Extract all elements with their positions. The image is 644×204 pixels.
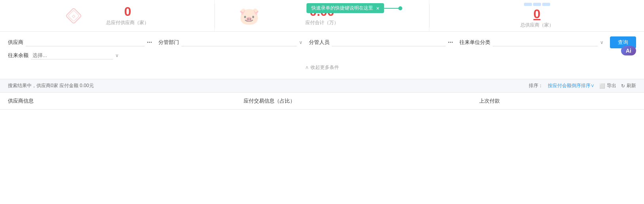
supplier-input[interactable]: [26, 38, 145, 46]
diamond-icon: ◇: [65, 7, 82, 25]
refresh-label: 刷新: [627, 82, 636, 89]
sort-label: 排序：: [529, 82, 543, 89]
stat-total-suppliers: 0 总供应商（家）: [430, 0, 644, 31]
total-payable-suppliers-number: 0: [124, 5, 131, 18]
refresh-icon: ↻: [621, 83, 625, 89]
results-info: 搜索结果中，供应商0家 应付金额 0.00元: [8, 82, 94, 89]
ai-badge[interactable]: Ai: [621, 46, 636, 55]
placeholder-box-3: [542, 3, 550, 6]
table-area: 供应商信息 应付交易信息（占比） 上次付款: [0, 93, 644, 204]
person-field: 分管人员 ···: [309, 38, 453, 46]
sort-select[interactable]: 按应付会额倒序排序∨: [548, 82, 594, 89]
tooltip-dot: [398, 6, 402, 10]
placeholder-box-2: [533, 3, 541, 6]
unit-category-label: 往来单位分类: [459, 39, 490, 46]
search-row-1: 供应商 ··· 分管部门 ∨ 分管人员 ··· 往来单位分类 ∨ 查询: [8, 36, 636, 48]
table-body: [0, 110, 644, 204]
col-supplier-header: 供应商信息: [8, 97, 244, 105]
supplier-dots-btn[interactable]: ···: [147, 39, 152, 46]
unit-category-arrow[interactable]: ∨: [600, 40, 604, 45]
unit-category-input[interactable]: [493, 38, 598, 46]
svg-text:◇: ◇: [72, 14, 75, 18]
person-dots-btn[interactable]: ···: [448, 39, 453, 46]
stats-bar: ◇ 0 总应付供应商（家） 快速录单的快捷键说明在这里 × 🐷 0.00 应付合…: [0, 0, 644, 32]
department-label: 分管部门: [158, 39, 179, 46]
search-row-2: 往来余额 ∨: [8, 51, 636, 59]
total-payable-suppliers-label: 总应付供应商（家）: [106, 19, 149, 26]
results-actions: 排序： 按应付会额倒序排序∨ ⬜ 导出 ↻ 刷新: [529, 82, 636, 89]
tooltip-close-btn[interactable]: ×: [376, 5, 379, 11]
export-icon: ⬜: [599, 83, 605, 89]
collapse-row: ∧ 收起更多条件: [8, 63, 636, 74]
tooltip-text: 快速录单的快捷键说明在这里: [311, 5, 373, 11]
placeholder-box-1: [524, 3, 532, 6]
department-field: 分管部门 ∨: [158, 38, 303, 46]
unit-category-field: 往来单位分类 ∨: [459, 38, 604, 46]
balance-label: 往来余额: [8, 52, 29, 59]
search-bar: 供应商 ··· 分管部门 ∨ 分管人员 ··· 往来单位分类 ∨ 查询 往来余额: [0, 32, 644, 79]
table-header: 供应商信息 应付交易信息（占比） 上次付款: [0, 93, 644, 110]
export-label: 导出: [607, 82, 616, 89]
stat-payable-total: 快速录单的快捷键说明在这里 × 🐷 0.00 应付合计（万）: [215, 0, 430, 31]
export-button[interactable]: ⬜ 导出: [599, 82, 616, 89]
balance-arrow[interactable]: ∨: [115, 53, 119, 58]
tooltip-banner: 快速录单的快捷键说明在这里 ×: [307, 3, 384, 13]
person-input[interactable]: [332, 38, 446, 46]
results-bar: 搜索结果中，供应商0家 应付金额 0.00元 排序： 按应付会额倒序排序∨ ⬜ …: [0, 79, 644, 93]
supplier-label: 供应商: [8, 39, 23, 46]
supplier-field: 供应商 ···: [8, 38, 152, 46]
total-suppliers-label: 总供应商（家）: [520, 22, 554, 29]
balance-field: 往来余额 ∨: [8, 51, 119, 59]
stat-total-payable-suppliers: ◇ 0 总应付供应商（家）: [0, 0, 215, 31]
total-suppliers-number: 0: [533, 8, 541, 20]
col-transaction-header: 应付交易信息（占比）: [244, 97, 479, 105]
refresh-button[interactable]: ↻ 刷新: [621, 82, 636, 89]
piggy-icon: 🐷: [239, 6, 259, 25]
balance-input[interactable]: [31, 51, 113, 59]
col-last-payment-header: 上次付款: [479, 97, 636, 105]
payable-total-label: 应付合计（万）: [305, 19, 339, 26]
department-input[interactable]: [181, 38, 297, 46]
collapse-button[interactable]: ∧ 收起更多条件: [305, 64, 339, 71]
person-label: 分管人员: [309, 39, 330, 46]
department-arrow[interactable]: ∨: [299, 40, 303, 45]
